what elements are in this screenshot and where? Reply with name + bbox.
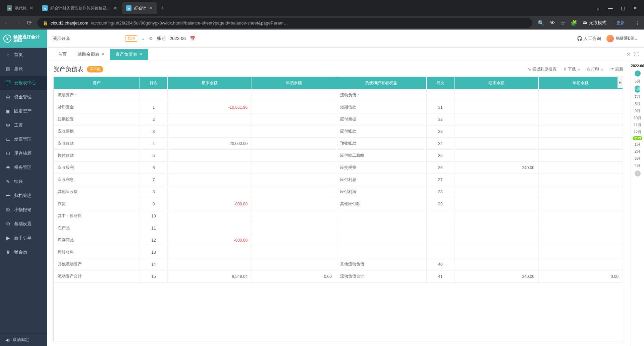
month-item[interactable]: 5月 [633,78,642,85]
page-tab[interactable]: 资产负债表✕ [110,49,148,60]
scroll-right-icon[interactable]: ▶ [618,77,623,88]
cell-liab [336,234,426,246]
sidebar-item[interactable]: ♛畅会员 [0,245,47,259]
close-page-tab-icon[interactable]: ✕ [101,52,105,57]
close-tab-icon[interactable]: ✕ [30,5,34,11]
table-row[interactable]: 应收票据3应付账款33 [54,126,623,138]
period-value[interactable]: 2022-06 [170,36,186,41]
sidebar-item[interactable]: ▣固定资产 [0,104,47,118]
maximize-icon[interactable]: ▢ [621,5,625,11]
table-row[interactable]: 其他流动资产14其他流动负债40 [54,258,623,270]
address-bar[interactable]: 🔒 cloud2.chanjet.com/accounting/uh26t264… [37,18,532,28]
sidebar-item[interactable]: ◎资金管理 [0,90,47,104]
month-item[interactable]: 3月 [635,155,640,162]
month-item[interactable]: 1月 [635,141,640,148]
month-item[interactable]: 11月 [633,121,642,129]
sidebar-item[interactable]: ▤总账 [0,62,47,76]
calendar-icon[interactable]: 📅 [190,36,195,41]
sidebar-item[interactable]: ⌂首页 [0,48,47,62]
nav-icon: ❀ [5,165,11,170]
print-button[interactable]: ⎙打印⌄ [587,66,604,72]
cell-begin2 [539,162,623,174]
extensions-icon[interactable]: 🧩 [571,20,577,26]
scroll-down-icon[interactable]: ﹀ [635,170,641,177]
table-row[interactable]: 存货9-800.00其他应付款39 [54,198,623,210]
sidebar-item[interactable]: ✉工资 [0,118,47,132]
table-row[interactable]: 应收账款420,000.00预收账款34 [54,138,623,150]
nav-icon: ✎ [5,179,11,184]
browser-tab[interactable]: ☁好会计✕ [122,2,157,14]
chevron-down-icon[interactable]: ⌄ [596,5,600,11]
sidebar-item[interactable]: ❀税务管理 [0,160,47,175]
month-item[interactable]: 10月 [633,114,642,121]
back-to-original-button[interactable]: ↘回退到原报表 [528,66,556,72]
table-row[interactable]: 流动资产：流动负债： [54,89,623,101]
refresh-button[interactable]: ⟳刷新 [610,66,623,72]
gear-icon[interactable]: ⚙ [149,36,153,41]
month-item[interactable]: 12月 [633,129,642,136]
zoom-icon[interactable]: 🔍 [538,20,544,26]
sidebar-item[interactable]: ▶新手引导 [0,231,47,245]
table-row[interactable]: 周转材料13 [54,246,623,258]
sidebar-item[interactable]: ⛁库存核算 [0,146,47,160]
support-button[interactable]: 🎧 人工咨询 [577,36,601,42]
user-name[interactable]: 畅捷通B组… [616,36,639,41]
table-row[interactable]: 在产品11 [54,222,623,234]
new-tab-button[interactable]: + [157,5,169,12]
sidebar-item[interactable]: ©小畅报销 [0,203,47,217]
browser-tab[interactable]: ☁好会计财务管理软件购买价格及…✕ [38,2,121,14]
brand-logo[interactable]: ¥ 畅捷通好会计 旗舰版 [0,30,47,48]
page-tab-label: 首页 [58,51,67,57]
page-tab[interactable]: 首页 [53,49,72,60]
sidebar-item[interactable]: ▭发票管理 [0,132,47,146]
table-row[interactable]: 其他应收款8应付利润38 [54,186,623,198]
close-page-tab-icon[interactable]: ✕ [139,52,143,57]
back-icon[interactable]: ← [4,19,10,27]
unpin-sidebar-button[interactable]: ◀⟩ 取消固定 [0,333,47,346]
account-selector[interactable]: 演示账套 [53,36,70,42]
dropdown-chevron-icon[interactable]: ⌄ [141,36,145,41]
sidebar-item[interactable]: ✎结账 [0,175,47,189]
month-item[interactable]: 4月 [635,162,640,169]
download-button[interactable]: ⇩下载⌄ [563,66,581,72]
fullscreen-icon[interactable]: ⛶ [634,52,639,57]
star-icon[interactable]: ☆ [560,20,565,26]
incognito-eye-icon[interactable]: 👁 [550,20,555,26]
period-year[interactable]: 2022.06 [631,62,644,69]
month-item[interactable]: 8月 [633,100,642,107]
scroll-up-icon[interactable]: ︿ [635,70,641,77]
table-row[interactable]: 预付账款5应付职工薪酬35 [54,150,623,162]
avatar[interactable] [606,35,614,42]
close-tab-icon[interactable]: ✕ [149,5,153,11]
table-row[interactable]: 应收股利6应交税费36240.00 [54,162,623,174]
browser-tab[interactable]: ☁易代账✕ [3,2,38,14]
update-button[interactable]: 更新 [612,18,629,28]
disable-tag[interactable]: 禁用 [125,35,137,42]
cell-liab: 短期借款 [336,101,426,113]
month-item[interactable]: 2月 [635,148,640,155]
th-row2: 行次 [426,77,454,89]
month-item[interactable]: 6月 [635,86,640,93]
table-row[interactable]: 其中：原材料10 [54,210,623,222]
table-row[interactable]: 货币资金1-10,651.96短期借款31 [54,101,623,113]
nav-icon: 🗃 [5,193,11,198]
close-tab-icon[interactable]: ✕ [113,5,117,11]
page-tab[interactable]: 辅助余额表✕ [72,49,110,60]
table-row[interactable]: 流动资产合计158,548.040.00流动负债合计41240.000.00 [54,270,623,283]
forward-icon[interactable]: → [15,19,21,27]
table-row[interactable]: 库存商品12-800.00 [54,234,623,246]
table-row[interactable]: 短期投资2应付票据32 [54,113,623,126]
table-row[interactable]: 应收利息7应付利息37 [54,174,623,186]
sidebar-item[interactable]: 🗃归档管理 [0,189,47,203]
cell-asset: 在产品 [54,222,140,234]
sidebar-item[interactable]: ⚙基础设置 [0,217,47,231]
sidebar-item[interactable]: ⿸云报表中心 [0,76,47,90]
close-window-icon[interactable]: ✕ [633,5,637,11]
close-all-tabs-icon[interactable]: ✕ [627,52,631,57]
sidebar: ¥ 畅捷通好会计 旗舰版 ⌂首页▤总账⿸云报表中心◎资金管理▣固定资产✉工资▭发… [0,30,47,346]
menu-icon[interactable]: ⋮ [635,20,640,26]
minimize-icon[interactable]: — [608,5,613,11]
month-item[interactable]: 7月 [633,93,642,100]
reload-icon[interactable]: ⟳ [27,19,32,27]
month-item[interactable]: 9月 [633,107,642,114]
